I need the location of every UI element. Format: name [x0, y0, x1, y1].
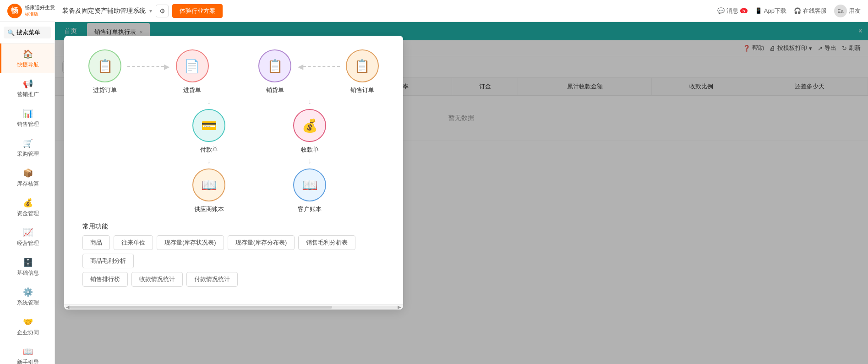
sidebar-item-operations[interactable]: 📈 经营管理 — [0, 222, 55, 252]
sidebar-item-label: 快捷导航 — [17, 61, 39, 69]
node-receipt[interactable]: 💰 收款单 — [282, 109, 337, 154]
sidebar-item-finance[interactable]: 💰 资金管理 — [0, 192, 55, 222]
arrow-down-payment: ↓ — [181, 156, 236, 167]
finance-icon: 💰 — [23, 198, 33, 208]
scroll-thumb — [70, 306, 332, 309]
search-icon: 🔍 — [7, 29, 15, 36]
func-btn-stock-status[interactable]: 现存量(库存状况表) — [157, 235, 224, 250]
sidebar-item-label: 新手引导 — [17, 359, 39, 364]
scroll-left-arrow[interactable]: ◀ — [66, 304, 70, 310]
sidebar-item-marketing[interactable]: 📢 营销推广 — [0, 73, 55, 103]
base-icon: 🗄️ — [23, 257, 33, 267]
func-btn-sales-rank[interactable]: 销售排行榜 — [82, 272, 128, 287]
node-purchase-receipt[interactable]: 📄 进货单 — [169, 49, 214, 94]
message-icon: 💬 — [717, 7, 725, 14]
sidebar-item-inventory[interactable]: 📦 库存核算 — [0, 163, 55, 192]
sidebar-item-system[interactable]: ⚙️ 系统管理 — [0, 282, 55, 311]
func-btn-sales-gross[interactable]: 销售毛利分析表 — [298, 235, 355, 250]
func-btn-payment-stats[interactable]: 付款情况统计 — [186, 272, 238, 287]
trial-button[interactable]: 体验行业方案 — [172, 4, 223, 18]
arrow-down-icon: ↓ — [207, 96, 211, 107]
gear-button[interactable]: ⚙ — [156, 5, 169, 17]
sales-order-circle: 📋 — [346, 49, 379, 82]
sales-receipt-label: 销货单 — [266, 86, 284, 94]
common-functions: 常用功能 商品 往来单位 现存量(库存状况表) 现存量(库存分布表) 销售毛利分… — [82, 223, 385, 287]
online-service-button[interactable]: 🎧 在线客服 — [794, 7, 827, 15]
search-input[interactable]: 🔍 搜索菜单 — [4, 27, 51, 38]
purchase-icon: 🛒 — [23, 138, 33, 148]
flow-diagram: 📋 进货订单 ▶ 📄 进货单 — [82, 49, 385, 213]
sales-receipt-circle: 📋 — [258, 49, 291, 82]
modal-overlay[interactable]: 📋 进货订单 ▶ 📄 进货单 — [55, 22, 868, 364]
node-payment[interactable]: 💳 付款单 — [181, 109, 236, 154]
purchase-order-circle: 📋 — [88, 49, 121, 82]
node-sales-receipt[interactable]: 📋 销货单 — [252, 49, 297, 94]
node-sales-order[interactable]: 📋 销售订单 — [340, 49, 385, 94]
dashed-line — [127, 66, 164, 67]
scroll-track[interactable] — [70, 306, 398, 309]
app-download-button[interactable]: 📱 App下载 — [755, 7, 786, 15]
receipt-label: 收款单 — [301, 146, 319, 154]
sidebar-item-enterprise[interactable]: 🤝 企业协同 — [0, 311, 55, 341]
arrow-down-receipt: ↓ — [282, 156, 337, 167]
sidebar-item-sales[interactable]: 📊 销售管理 — [0, 103, 55, 133]
customer-label: 客户账本 — [298, 205, 322, 213]
supplier-icon: 📖 — [201, 178, 217, 193]
arrow-down-icon4: ↓ — [308, 156, 311, 167]
receipt-circle: 💰 — [293, 109, 326, 142]
top-header: 畅 畅康通好生意 标准版 装备及固定资产辅助管理系统 ▾ ⚙ 体验行业方案 💬 … — [0, 0, 868, 22]
purchase-receipt-label: 进货单 — [183, 86, 201, 94]
purchase-order-label: 进货订单 — [93, 86, 117, 94]
purchase-receipt-icon: 📄 — [184, 59, 200, 74]
customer-icon: 📖 — [302, 178, 318, 193]
header-right: 💬 消息 5 📱 App下载 🎧 在线客服 Ea 用友 — [717, 5, 861, 17]
sales-icon: 📊 — [23, 109, 33, 119]
sidebar-item-label: 库存核算 — [17, 180, 39, 188]
payment-circle: 💳 — [192, 109, 225, 142]
sidebar-item-purchase[interactable]: 🛒 采购管理 — [0, 133, 55, 163]
arrow-right-icon: ▶ — [164, 62, 169, 71]
node-customer-account[interactable]: 📖 客户账本 — [282, 168, 337, 213]
sidebar-item-base[interactable]: 🗄️ 基础信息 — [0, 252, 55, 282]
system-dropdown-icon[interactable]: ▾ — [149, 8, 152, 14]
func-btn-stock-dist[interactable]: 现存量(库存分布表) — [228, 235, 295, 250]
supplier-circle: 📖 — [192, 168, 225, 201]
modal-dialog: 📋 进货订单 ▶ 📄 进货单 — [64, 36, 403, 310]
app-icon: 📱 — [755, 7, 762, 14]
system-icon: ⚙️ — [23, 287, 33, 297]
sidebar-item-newbie[interactable]: 📖 新手引导 — [0, 341, 55, 364]
sidebar-item-label: 采购管理 — [17, 150, 39, 158]
modal-scrollbar: ◀ ▶ — [64, 304, 403, 310]
newbie-icon: 📖 — [23, 347, 33, 357]
marketing-icon: 📢 — [23, 79, 33, 89]
node-purchase-order[interactable]: 📋 进货订单 — [82, 49, 127, 94]
flow-row-bottom: 📖 供应商账本 📖 客户账本 — [82, 168, 385, 213]
node-supplier-account[interactable]: 📖 供应商账本 — [181, 168, 236, 213]
scroll-right-arrow[interactable]: ▶ — [398, 304, 401, 310]
arrow-down-icon3: ↓ — [207, 156, 211, 167]
message-badge: 5 — [740, 8, 748, 13]
purchase-order-icon: 📋 — [97, 59, 113, 74]
payment-icon: 💳 — [201, 118, 217, 133]
logo-line2: 标准版 — [25, 11, 55, 17]
purchase-receipt-circle: 📄 — [176, 49, 209, 82]
modal-content: 📋 进货订单 ▶ 📄 进货单 — [64, 36, 403, 304]
func-btn-goods-gross[interactable]: 商品毛利分析 — [82, 254, 134, 268]
sidebar: 🔍 搜索菜单 🏠 快捷导航 📢 营销推广 📊 销售管理 🛒 采购管理 📦 库存核… — [0, 22, 55, 364]
common-func-title: 常用功能 — [82, 223, 385, 231]
logo-line1: 畅康通好生意 — [25, 4, 55, 11]
sidebar-item-quick[interactable]: 🏠 快捷导航 — [0, 43, 55, 73]
supplier-label: 供应商账本 — [194, 205, 224, 213]
sidebar-item-label: 经营管理 — [17, 239, 39, 247]
logo-text: 畅康通好生意 标准版 — [25, 4, 55, 17]
func-buttons-row2: 销售排行榜 收款情况统计 付款情况统计 — [82, 272, 385, 287]
sales-order-label: 销售订单 — [350, 86, 374, 94]
func-btn-partners[interactable]: 往来单位 — [114, 235, 153, 250]
flow-row-top: 📋 进货订单 ▶ 📄 进货单 — [82, 49, 385, 94]
user-label: 用友 — [849, 7, 861, 15]
func-btn-goods[interactable]: 商品 — [82, 235, 110, 250]
flow-row-arrows-v1: ↓ ↓ — [82, 96, 385, 107]
user-area[interactable]: Ea 用友 — [834, 5, 861, 17]
func-btn-receipt-stats[interactable]: 收款情况统计 — [131, 272, 183, 287]
message-button[interactable]: 💬 消息 5 — [717, 7, 748, 15]
